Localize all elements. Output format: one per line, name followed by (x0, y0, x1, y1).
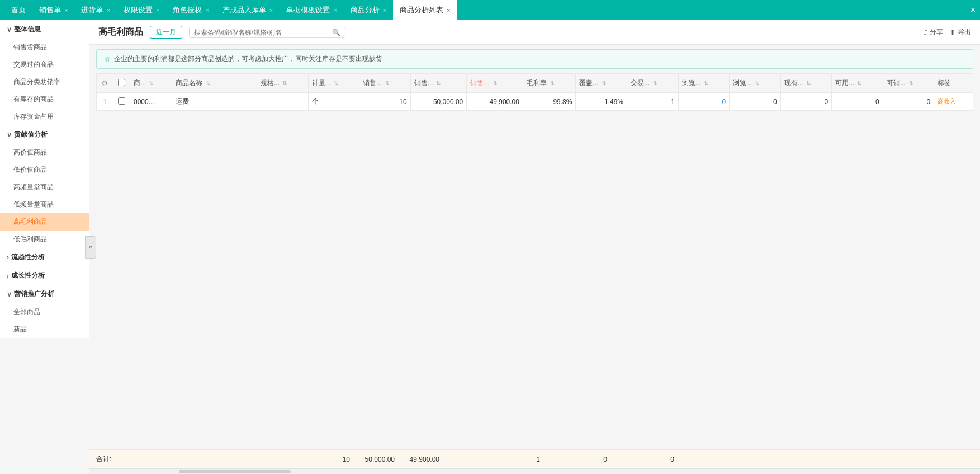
tab-template-close[interactable]: × (333, 7, 337, 13)
tab-product-entry[interactable]: 产成品入库单 × (216, 0, 280, 20)
row-sales-amount: 50,000.00 (410, 93, 467, 111)
tab-permission-close[interactable]: × (156, 7, 159, 13)
scrollbar-thumb[interactable] (179, 470, 291, 473)
col-tag[interactable]: 标签 (934, 74, 973, 93)
col-sellable[interactable]: 可销... ⇅ (883, 74, 934, 93)
col-sales-qty[interactable]: 销售... ⇅ (359, 74, 411, 93)
row-checkbox[interactable] (118, 97, 125, 105)
arrow-icon-trend: › (7, 254, 9, 261)
col-browse1[interactable]: 浏览... ⇅ (678, 74, 730, 93)
sidebar-item-goods-inventory[interactable]: 有库存的商品 (0, 91, 89, 108)
sidebar-item-sales-goods[interactable]: 销售货商品 (0, 39, 89, 56)
tab-home[interactable]: 首页 (4, 0, 32, 20)
footer-spacer9 (678, 456, 711, 463)
row-spec (257, 93, 309, 111)
sidebar-item-low-profit[interactable]: 低毛利商品 (0, 231, 89, 248)
table-row: 1 0000... 运费 个 10 50,000.00 49,900.00 99… (97, 93, 973, 111)
info-banner: ☆ 企业的主要的利润都是这部分商品创造的，可考虑加大推广，同时关注库存是不要出现… (96, 49, 973, 69)
sort-icon-gross-rate[interactable]: ⇅ (550, 80, 554, 86)
col-sales-amount[interactable]: 销售... ⇅ (410, 74, 467, 93)
row-browse1[interactable]: 0 (678, 93, 730, 111)
sidebar-item-goods-assist[interactable]: 商品分类助销率 (0, 73, 89, 91)
sort-icon-unit[interactable]: ⇅ (334, 80, 338, 86)
sidebar-item-low-freq[interactable]: 低频量堂商品 (0, 196, 89, 213)
sidebar-item-all-goods[interactable]: 全部商品 (0, 303, 89, 321)
sort-icon-sales-cost[interactable]: ⇅ (493, 80, 497, 86)
tab-analysis-list-close[interactable]: × (447, 7, 450, 13)
sort-icon-available[interactable]: ⇅ (857, 80, 861, 86)
export-button[interactable]: ⬆ 导出 (950, 27, 971, 37)
row-checkbox-cell[interactable] (113, 93, 130, 111)
col-spec[interactable]: 规格... ⇅ (257, 74, 309, 93)
sort-icon-spec[interactable]: ⇅ (282, 80, 287, 86)
sidebar-group-wealth[interactable]: ∨ 贡献值分析 (0, 125, 89, 144)
content-header: 高毛利商品 近一月 🔍 ⤴ 分享 ⬆ 导出 (89, 20, 980, 45)
sidebar-group-trend[interactable]: › 流趋性分析 (0, 248, 89, 266)
tab-analysis-close[interactable]: × (383, 7, 386, 13)
sidebar-group-growth[interactable]: › 成长性分析 (0, 266, 89, 285)
sort-icon-sellable[interactable]: ⇅ (908, 80, 913, 86)
tab-role[interactable]: 角色授权 × (166, 0, 215, 20)
tab-permission[interactable]: 权限设置 × (117, 0, 166, 20)
tab-sales-close[interactable]: × (64, 7, 68, 13)
search-input[interactable] (194, 29, 332, 36)
sidebar-wrapper: ∨ 整体信息 销售货商品 交易过的商品 商品分类助销率 有库存的商品 库存资金占… (0, 20, 89, 474)
sidebar-group-overall[interactable]: ∨ 整体信息 (0, 20, 89, 39)
footer-row: 合计: 10 50,000.00 49,900.00 1 0 0 (89, 449, 980, 468)
col-sales-cost[interactable]: 销售... ⇅ (467, 74, 523, 93)
col-unit[interactable]: 计量... ⇅ (308, 74, 359, 93)
sidebar-item-high-price[interactable]: 高价值商品 (0, 144, 89, 161)
col-settings[interactable]: ⚙ (97, 74, 113, 93)
sidebar-group-marketing[interactable]: ∨ 营销推广分析 (0, 285, 89, 303)
sort-icon-browse2[interactable]: ⇅ (755, 80, 759, 86)
sidebar-item-new-goods[interactable]: 新品 (0, 321, 89, 338)
search-icon[interactable]: 🔍 (332, 29, 340, 36)
sort-icon-trade-count[interactable]: ⇅ (652, 80, 657, 86)
table-wrapper: ⚙ 商... ⇅ 商品名称 ⇅ (89, 73, 980, 449)
search-box[interactable]: 🔍 (189, 27, 345, 38)
sidebar-item-low-price[interactable]: 低价值商品 (0, 161, 89, 179)
settings-icon[interactable]: ⚙ (102, 79, 108, 87)
sidebar-item-high-freq[interactable]: 高频量堂商品 (0, 179, 89, 196)
col-trade-count[interactable]: 交易... ⇅ (627, 74, 679, 93)
tab-product-entry-close[interactable]: × (269, 7, 273, 13)
footer-trade-count: 1 (510, 456, 543, 463)
tab-analysis-list[interactable]: 商品分析列表 × (393, 0, 457, 20)
sort-icon-name[interactable]: ⇅ (206, 80, 210, 86)
row-code: 0000... (130, 93, 172, 111)
sort-icon-sales-amount[interactable]: ⇅ (436, 80, 441, 86)
tab-template[interactable]: 单据模板设置 × (280, 0, 343, 20)
col-current-stock[interactable]: 现有... ⇅ (780, 74, 832, 93)
arrow-icon-wealth: ∨ (7, 131, 12, 139)
col-available[interactable]: 可用... ⇅ (832, 74, 883, 93)
sort-icon-coverage[interactable]: ⇅ (602, 80, 606, 86)
share-button[interactable]: ⤴ 分享 (924, 27, 943, 37)
col-browse2[interactable]: 浏览... ⇅ (730, 74, 781, 93)
sidebar-item-inventory-share[interactable]: 库存资金占用 (0, 108, 89, 125)
close-all-button[interactable]: × (970, 5, 976, 15)
sidebar: ∨ 整体信息 销售货商品 交易过的商品 商品分类助销率 有库存的商品 库存资金占… (0, 20, 89, 338)
tab-role-close[interactable]: × (205, 7, 209, 13)
tab-analysis[interactable]: 商品分析 × (344, 0, 393, 20)
sidebar-item-high-profit[interactable]: 高毛利商品 (0, 213, 89, 231)
sort-icon-browse1[interactable]: ⇅ (704, 80, 708, 86)
data-table: ⚙ 商... ⇅ 商品名称 ⇅ (96, 73, 973, 111)
sidebar-item-traded-goods[interactable]: 交易过的商品 (0, 56, 89, 73)
sidebar-collapse-button[interactable]: « (85, 236, 96, 259)
sort-icon-code[interactable]: ⇅ (149, 80, 153, 86)
tab-purchase-close[interactable]: × (106, 7, 110, 13)
sort-icon-sales-qty[interactable]: ⇅ (385, 80, 389, 86)
tab-purchase[interactable]: 进货单 × (74, 0, 116, 20)
tab-sales[interactable]: 销售单 × (32, 0, 74, 20)
col-code[interactable]: 商... ⇅ (130, 74, 172, 93)
col-name[interactable]: 商品名称 ⇅ (172, 74, 257, 93)
col-gross-rate[interactable]: 毛利率 ⇅ (523, 74, 576, 93)
footer-spacer6 (476, 456, 510, 463)
filter-recent-month-button[interactable]: 近一月 (150, 26, 182, 39)
select-all-checkbox[interactable] (118, 79, 125, 86)
col-checkbox[interactable] (113, 74, 130, 93)
footer-spacer4 (286, 456, 320, 463)
horizontal-scrollbar[interactable] (89, 468, 980, 474)
col-coverage[interactable]: 覆盖... ⇅ (576, 74, 627, 93)
sort-icon-current-stock[interactable]: ⇅ (806, 80, 811, 86)
